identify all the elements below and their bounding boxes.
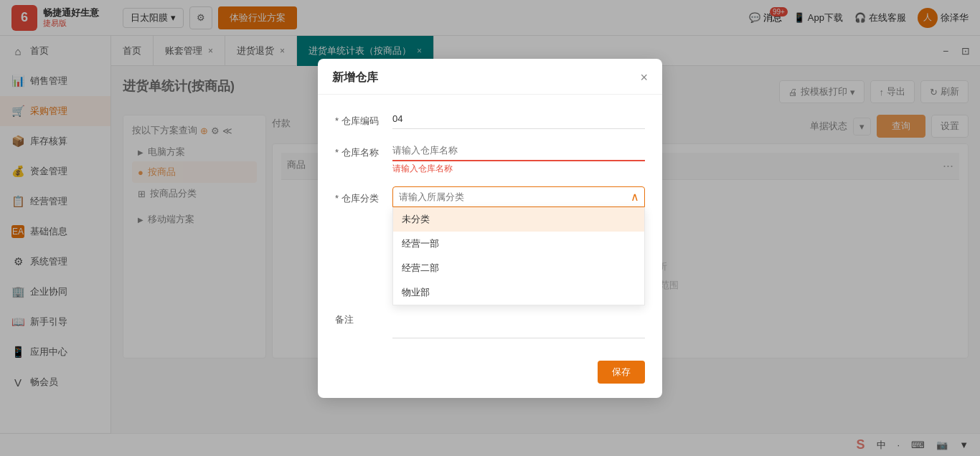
dropdown-item-dept3[interactable]: 物业部: [393, 280, 644, 305]
form-row-code: * 仓库编码: [335, 109, 645, 129]
new-warehouse-modal: 新增仓库 × * 仓库编码 * 仓库名称 请输入仓库名称 * 仓库分: [318, 59, 662, 398]
chevron-up-icon: ∧: [631, 190, 639, 204]
note-input-wrap: [392, 308, 645, 341]
name-input[interactable]: [392, 141, 645, 161]
form-row-note: 备注: [335, 308, 645, 341]
dropdown-item-uncategorized[interactable]: 未分类: [393, 207, 644, 232]
code-input[interactable]: [392, 109, 645, 129]
name-label: * 仓库名称: [335, 141, 392, 159]
dropdown-item-dept1[interactable]: 经营一部: [393, 232, 644, 256]
category-select-wrap: ∧ 未分类 经营一部 经营二部 物业部: [392, 186, 645, 207]
modal-body: * 仓库编码 * 仓库名称 请输入仓库名称 * 仓库分类 ∧: [318, 95, 662, 341]
modal-header: 新增仓库 ×: [318, 59, 662, 95]
form-row-category: * 仓库分类 ∧ 未分类 经营一部 经营二部 物业部: [335, 186, 645, 207]
code-label: * 仓库编码: [335, 109, 392, 128]
dropdown-item-dept2[interactable]: 经营二部: [393, 256, 644, 280]
modal-title: 新增仓库: [332, 70, 378, 85]
modal-close-button[interactable]: ×: [640, 71, 648, 84]
code-input-wrap: [392, 109, 645, 129]
name-error-msg: 请输入仓库名称: [392, 163, 645, 175]
note-label: 备注: [335, 308, 392, 326]
name-input-wrap: 请输入仓库名称: [392, 141, 645, 175]
save-button[interactable]: 保存: [598, 361, 645, 384]
category-dropdown: 未分类 经营一部 经营二部 物业部: [392, 207, 645, 305]
category-label: * 仓库分类: [335, 186, 392, 205]
note-input[interactable]: [392, 308, 645, 338]
modal-overlay: 新增仓库 × * 仓库编码 * 仓库名称 请输入仓库名称 * 仓库分: [0, 0, 980, 456]
form-row-name: * 仓库名称 请输入仓库名称: [335, 141, 645, 175]
modal-footer: 保存: [318, 352, 662, 384]
category-input[interactable]: [392, 186, 645, 207]
